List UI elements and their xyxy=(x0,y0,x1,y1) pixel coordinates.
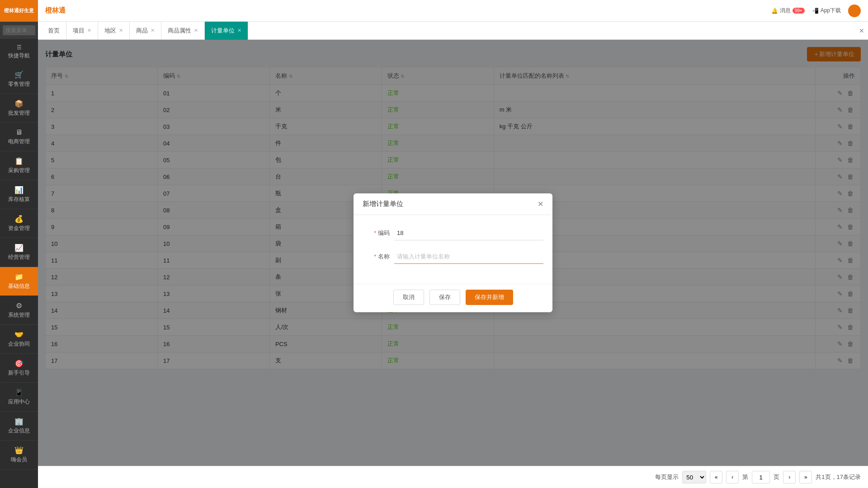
page-unit: 页 xyxy=(774,473,779,481)
apps-icon: 📱 xyxy=(14,388,24,397)
sidebar-item-ecommerce[interactable]: 🖥 电商管理 xyxy=(0,123,38,151)
app-logo: 橙林通好生意 xyxy=(0,0,38,22)
code-label: 编码 xyxy=(363,229,390,237)
sidebar-item-label: 基础信息 xyxy=(8,282,30,290)
notification-label: 消息 xyxy=(780,7,791,14)
enterprise-icon: 🏢 xyxy=(14,417,24,426)
header-left: 橙林通 xyxy=(45,6,66,15)
prev-page-button[interactable]: ‹ xyxy=(726,471,739,483)
sidebar-item-member[interactable]: 👑 嗨会员 xyxy=(0,441,38,469)
tab-product-label: 商品 xyxy=(136,27,148,35)
name-input[interactable] xyxy=(394,249,543,264)
code-input[interactable] xyxy=(394,226,543,240)
sidebar-item-label: 企业信息 xyxy=(8,427,30,435)
modal-title: 新增计量单位 xyxy=(363,200,403,208)
sidebar-item-label: 系统管理 xyxy=(8,311,30,319)
total-label: 共1页，17条记录 xyxy=(816,473,861,481)
tab-attributes[interactable]: 商品属性 ✕ xyxy=(161,22,205,40)
notification-icon: 🔔 xyxy=(771,8,778,14)
tab-project-close[interactable]: ✕ xyxy=(87,28,91,33)
tab-product[interactable]: 商品 ✕ xyxy=(130,22,161,40)
sidebar-item-purchase[interactable]: 📋 采购管理 xyxy=(0,151,38,180)
ecommerce-icon: 🖥 xyxy=(15,128,23,136)
search-input[interactable] xyxy=(3,25,35,35)
sidebar-item-label: 嗨会员 xyxy=(11,456,27,464)
notification-btn[interactable]: 🔔 消息 99+ xyxy=(771,7,805,14)
save-button[interactable]: 保存 xyxy=(429,290,460,305)
main-content: 橙林通 🔔 消息 99+ 📲 App下载 首页 项目 ✕ 地区 ✕ xyxy=(38,0,868,488)
user-avatar[interactable] xyxy=(848,5,861,17)
sidebar-item-basic[interactable]: 📁 基础信息 xyxy=(0,267,38,296)
sidebar-item-label: 资金管理 xyxy=(8,225,30,232)
name-label: 名称 xyxy=(363,253,390,261)
quick-nav[interactable]: ☰ 快捷导航 xyxy=(0,39,38,65)
sidebar-item-label: 采购管理 xyxy=(8,167,30,174)
sidebar-search-container xyxy=(0,22,38,39)
tab-region-close[interactable]: ✕ xyxy=(119,28,123,33)
next-page-button[interactable]: › xyxy=(783,471,796,483)
sidebar-item-system[interactable]: ⚙ 系统管理 xyxy=(0,296,38,325)
app-download-label: App下载 xyxy=(821,7,841,14)
modal-body: 编码 名称 xyxy=(354,215,552,284)
sidebar-item-label: 应用中心 xyxy=(8,398,30,406)
sidebar-item-enterprise[interactable]: 🏢 企业信息 xyxy=(0,412,38,441)
sidebar-item-guide[interactable]: 🎯 新手引导 xyxy=(0,354,38,383)
header-right: 🔔 消息 99+ 📲 App下载 xyxy=(771,5,861,17)
sidebar-item-label: 库存核算 xyxy=(8,196,30,203)
sidebar-item-label: 批发管理 xyxy=(8,109,30,117)
sidebar-item-operation[interactable]: 📈 经营管理 xyxy=(0,238,38,267)
save-and-new-button[interactable]: 保存并新增 xyxy=(466,290,513,305)
tab-attributes-label: 商品属性 xyxy=(168,27,191,35)
page-label: 第 xyxy=(742,473,748,481)
header-logo: 橙林通 xyxy=(45,6,66,15)
sidebar-item-label: 零售管理 xyxy=(8,80,30,88)
sidebar-item-finance[interactable]: 💰 资金管理 xyxy=(0,209,38,238)
app-download-btn[interactable]: 📲 App下载 xyxy=(812,7,841,14)
sidebar-item-inventory[interactable]: 📊 库存核算 xyxy=(0,180,38,209)
tab-attributes-close[interactable]: ✕ xyxy=(194,28,198,33)
operation-icon: 📈 xyxy=(14,244,24,252)
sidebar-item-apps[interactable]: 📱 应用中心 xyxy=(0,383,38,412)
retail-icon: 🛒 xyxy=(14,70,24,79)
form-row-name: 名称 xyxy=(363,249,543,264)
page-body: 计量单位 ＋新增计量单位 序号 ⇅ 编码 ⇅ 名称 ⇅ 状态 ⇅ 计量单位匹配的… xyxy=(38,40,868,466)
basic-icon: 📁 xyxy=(14,272,24,281)
tab-project-label: 项目 xyxy=(73,27,85,35)
member-icon: 👑 xyxy=(14,446,24,455)
notification-count: 99+ xyxy=(793,8,805,14)
sidebar-item-label: 新手引导 xyxy=(8,369,30,377)
partner-icon: 🤝 xyxy=(14,330,24,339)
sidebar-item-retail[interactable]: 🛒 零售管理 xyxy=(0,65,38,94)
page-size-select[interactable]: 50 10 20 100 xyxy=(682,471,706,483)
last-page-button[interactable]: » xyxy=(799,471,812,483)
system-icon: ⚙ xyxy=(16,301,22,310)
sidebar-item-label: 经营管理 xyxy=(8,253,30,261)
sidebar: 橙林通好生意 ☰ 快捷导航 🛒 零售管理 📦 批发管理 🖥 电商管理 📋 采购管… xyxy=(0,0,38,488)
tab-unit-label: 计量单位 xyxy=(211,27,235,35)
add-unit-modal: 新增计量单位 ✕ 编码 名称 取消 保存 保存并新增 xyxy=(354,193,552,312)
tab-region[interactable]: 地区 ✕ xyxy=(98,22,130,40)
sidebar-item-partner[interactable]: 🤝 企业协同 xyxy=(0,325,38,354)
wholesale-icon: 📦 xyxy=(14,99,24,108)
tab-project[interactable]: 项目 ✕ xyxy=(66,22,98,40)
modal-overlay: 新增计量单位 ✕ 编码 名称 取消 保存 保存并新增 xyxy=(38,40,868,466)
sidebar-item-wholesale[interactable]: 📦 批发管理 xyxy=(0,94,38,123)
tab-home[interactable]: 首页 xyxy=(42,22,66,40)
tab-region-label: 地区 xyxy=(104,27,116,35)
form-row-code: 编码 xyxy=(363,226,543,240)
tab-home-label: 首页 xyxy=(48,27,60,35)
tab-unit[interactable]: 计量单位 ✕ xyxy=(205,22,248,40)
page-number-input[interactable] xyxy=(752,471,770,483)
tabs-bar: 首页 项目 ✕ 地区 ✕ 商品 ✕ 商品属性 ✕ 计量单位 ✕ ✕ xyxy=(38,22,868,40)
purchase-icon: 📋 xyxy=(14,157,24,165)
tab-product-close[interactable]: ✕ xyxy=(151,28,155,33)
first-page-button[interactable]: « xyxy=(710,471,722,483)
cancel-button[interactable]: 取消 xyxy=(393,290,424,305)
tabs-close-all-btn[interactable]: ✕ xyxy=(859,27,864,34)
modal-header: 新增计量单位 ✕ xyxy=(354,193,552,215)
sidebar-item-label: 企业协同 xyxy=(8,340,30,348)
pagination-bar: 每页显示 50 10 20 100 « ‹ 第 页 › » 共1页，17条记录 xyxy=(38,466,868,488)
tab-unit-close[interactable]: ✕ xyxy=(237,28,241,33)
page-size-label: 每页显示 xyxy=(655,473,679,481)
modal-close-button[interactable]: ✕ xyxy=(538,200,543,208)
